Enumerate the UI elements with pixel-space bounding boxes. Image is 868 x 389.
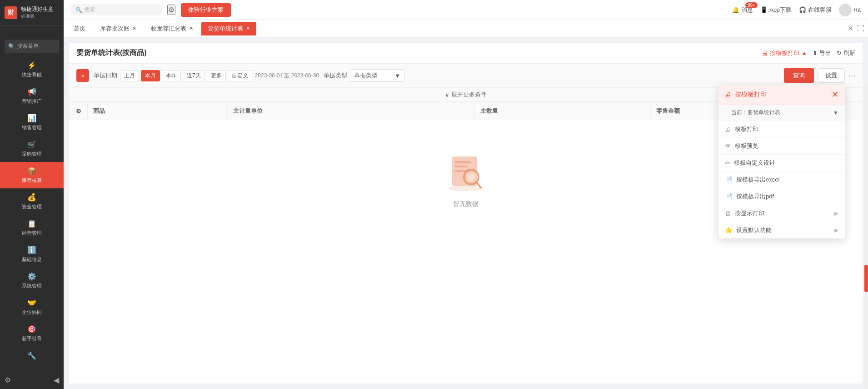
- tab-receivable-summary[interactable]: 收发存汇总表 ✕: [145, 22, 200, 35]
- collapse-sidebar-button[interactable]: ◀: [54, 376, 59, 384]
- tab-inventory-batch[interactable]: 库存批次账 ✕: [94, 22, 143, 35]
- display-icon: 🖥: [725, 210, 731, 217]
- sidebar-item-quick-nav[interactable]: ⚡ 快捷导航: [0, 56, 64, 83]
- bell-icon: 🔔: [732, 6, 739, 13]
- user-avatar-area[interactable]: Rit: [839, 4, 861, 16]
- topbar-gear-button[interactable]: ⚙: [167, 5, 175, 15]
- topbar: 🔍 搜索 ⚙ 体验行业方案 🔔 消息 99+ 📱 App下载 🎧 在线客服: [64, 0, 868, 20]
- current-template-item[interactable]: 当前：要货单统计表 ▼: [718, 105, 845, 121]
- more-actions-button[interactable]: ···: [848, 68, 855, 83]
- print-template-button[interactable]: 🖨 按模板打印 ▲: [762, 49, 807, 57]
- sidebar-logo: 财 畅捷通好生意 标准版: [0, 0, 64, 25]
- type-filter-label: 单据类型: [324, 71, 347, 80]
- current-month-btn[interactable]: 本月: [141, 70, 160, 81]
- table-col-unit: 主计量单位: [228, 102, 475, 120]
- date-filter-group: 单据日期 上月 本月 本年 近7天 更多 自定义 2023-06-01 至 20…: [94, 70, 319, 81]
- right-scrollbar[interactable]: [864, 83, 868, 389]
- sidebar-item-inventory[interactable]: 📦 库存核算: [0, 162, 64, 188]
- search-menu-button[interactable]: 🔍 搜索菜单: [5, 40, 59, 53]
- chevron-down-select-icon: ▼: [394, 72, 400, 79]
- sidebar-item-finance[interactable]: 💰 资金管理: [0, 188, 64, 215]
- chevron-right-default-icon: ▶: [834, 227, 838, 233]
- dropdown-item-export-excel[interactable]: 📄 按模板导出excel: [718, 172, 845, 188]
- prev-month-btn[interactable]: 上月: [120, 70, 139, 81]
- money-icon: 💰: [27, 193, 36, 202]
- sidebar-item-sales[interactable]: 📊 销售管理: [0, 109, 64, 136]
- dropdown-item-default-func[interactable]: ⭐ 设置默认功能 ▶: [718, 222, 845, 238]
- close-all-tabs-button[interactable]: ✕: [848, 24, 853, 33]
- sidebar-search-area[interactable]: 🔍 搜索菜单: [0, 36, 64, 56]
- table-col-quantity: 主数量: [475, 102, 651, 120]
- cart-icon: 🛒: [27, 140, 36, 149]
- query-actions: 查询 设置 ···: [784, 68, 855, 83]
- expand-more-conditions-button[interactable]: ∨ 展开更多条件: [445, 91, 487, 99]
- trial-plan-button[interactable]: 体验行业方案: [181, 3, 231, 17]
- app-download-button[interactable]: 📱 App下载: [760, 6, 792, 14]
- type-filter-select[interactable]: 单据类型 ▼: [350, 69, 404, 82]
- dropdown-item-export-pdf[interactable]: 📄 按模板导出pdf: [718, 188, 845, 205]
- sidebar-item-basic-info[interactable]: ℹ️ 基础信息: [0, 241, 64, 268]
- dropdown-item-template-preview[interactable]: 👁 模板预览: [718, 138, 845, 155]
- close-tab-receivable-summary[interactable]: ✕: [189, 25, 193, 31]
- close-tab-inventory-batch[interactable]: ✕: [132, 25, 136, 31]
- export-button[interactable]: ⬆ 导出: [813, 49, 831, 57]
- type-filter-group: 单据类型 单据类型 ▼: [324, 69, 404, 82]
- topbar-search[interactable]: 🔍 搜索: [71, 4, 162, 15]
- scrollbar-thumb[interactable]: [864, 265, 868, 292]
- print-dropdown-close-button[interactable]: ✕: [832, 90, 838, 100]
- dropdown-item-template-print[interactable]: 🖨 模板打印: [718, 121, 845, 138]
- table-settings-icon[interactable]: ⚙: [76, 108, 81, 115]
- sidebar-item-collab[interactable]: 🤝 企业协同: [0, 294, 64, 320]
- more-date-btn[interactable]: 更多: [207, 70, 226, 81]
- online-service-button[interactable]: 🎧 在线客服: [799, 6, 832, 14]
- handshake-icon: 🤝: [27, 298, 36, 307]
- filter-expand-button[interactable]: »: [76, 69, 89, 82]
- sidebar-scroll-up[interactable]: ▲: [0, 25, 64, 36]
- export-icon: ⬆: [813, 50, 818, 56]
- tools-icon: 🔧: [27, 351, 36, 360]
- dropdown-item-display-print[interactable]: 🖥 按显示打印 ▶: [718, 205, 845, 222]
- sidebar-item-marketing[interactable]: 📢 营销推广: [0, 83, 64, 109]
- last-7-days-btn[interactable]: 近7天: [183, 70, 205, 81]
- settings-footer-button[interactable]: ⚙: [5, 376, 11, 384]
- clipboard-icon: 📋: [27, 219, 36, 228]
- table-col-settings[interactable]: ⚙: [70, 102, 88, 120]
- printer-dropdown-icon: 🖨: [725, 91, 731, 98]
- info-icon: ℹ️: [27, 246, 36, 254]
- sidebar-item-app-center[interactable]: 🔧 应用中心: [0, 347, 64, 360]
- box-icon: 📦: [27, 167, 36, 175]
- megaphone-icon: 📢: [27, 87, 36, 96]
- svg-rect-2: [455, 161, 471, 163]
- target-icon: 🎯: [27, 325, 36, 333]
- custom-date-btn[interactable]: 自定义: [228, 70, 252, 81]
- current-year-btn[interactable]: 本年: [162, 70, 181, 81]
- template-print-icon: 🖨: [725, 126, 731, 133]
- empty-svg: [439, 147, 493, 193]
- chart-icon: 📊: [27, 114, 36, 122]
- sidebar-footer: ⚙ ◀: [0, 371, 64, 389]
- page-actions: 🖨 按模板打印 ▲ ⬆ 导出 ↻ 刷新: [762, 49, 855, 57]
- dropdown-item-template-design[interactable]: ✏ 模板自定义设计: [718, 155, 845, 172]
- chevron-down-current-icon: ▼: [833, 110, 838, 116]
- message-button[interactable]: 🔔 消息 99+: [732, 6, 753, 14]
- sidebar-item-system[interactable]: ⚙️ 系统管理: [0, 268, 64, 294]
- topbar-left: 🔍 搜索 ⚙ 体验行业方案: [71, 3, 231, 17]
- sidebar: 财 畅捷通好生意 标准版 ▲ 🔍 搜索菜单 ⚡ 快捷导航 📢 营销推广 📊 销售…: [0, 0, 64, 389]
- sidebar-scroll-down[interactable]: ▼: [0, 360, 64, 371]
- tab-home[interactable]: 首页: [67, 22, 92, 35]
- tabs-bar: 首页 库存批次账 ✕ 收发存汇总表 ✕ 要货单统计表 ✕ ✕ ⛶: [64, 20, 868, 37]
- sidebar-item-operation[interactable]: 📋 经营管理: [0, 215, 64, 241]
- app-logo-icon: 财: [5, 6, 17, 19]
- sidebar-item-purchase[interactable]: 🛒 采购管理: [0, 136, 64, 162]
- close-tab-order-stats[interactable]: ✕: [246, 25, 250, 31]
- filter-settings-button[interactable]: 设置: [818, 68, 845, 83]
- refresh-button[interactable]: ↻ 刷新: [837, 49, 855, 57]
- main-content: 🔍 搜索 ⚙ 体验行业方案 🔔 消息 99+ 📱 App下载 🎧 在线客服: [64, 0, 868, 389]
- query-button[interactable]: 查询: [784, 68, 814, 83]
- svg-rect-3: [455, 166, 468, 167]
- expand-tabs-button[interactable]: ⛶: [857, 24, 864, 33]
- avatar: [839, 4, 852, 16]
- tab-order-stats[interactable]: 要货单统计表 ✕: [201, 22, 256, 35]
- sidebar-item-guide[interactable]: 🎯 新手引导: [0, 320, 64, 347]
- design-icon: ✏: [725, 159, 730, 167]
